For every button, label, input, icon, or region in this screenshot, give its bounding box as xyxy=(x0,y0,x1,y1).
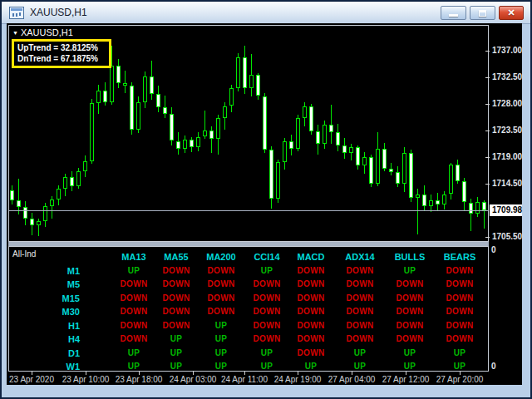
time-tick-mark xyxy=(193,372,194,375)
price-tick-label: 1728.00 xyxy=(492,99,522,109)
candle xyxy=(283,141,287,162)
table-cell: DOWN xyxy=(386,320,434,332)
candle-wick xyxy=(125,71,126,93)
candle xyxy=(409,153,413,198)
price-tick-mark xyxy=(485,237,490,238)
table-cell: DOWN xyxy=(152,278,200,290)
time-tick-mark xyxy=(244,372,245,375)
table-cell: DOWN xyxy=(287,306,335,318)
table-cell: DOWN xyxy=(336,265,384,277)
symbol-text: XAUUSD,H1 xyxy=(21,27,73,37)
candle xyxy=(216,118,220,139)
chart-window: XAUUSD,H1 ✕ ▼XAUUSD,H1 UpTrend = 32.8125… xyxy=(0,0,532,399)
close-button[interactable]: ✕ xyxy=(499,6,524,20)
candle xyxy=(96,91,101,103)
price-tick-label: 1719.00 xyxy=(492,152,522,162)
table-cell: DOWN xyxy=(110,278,158,290)
table-cell: DOWN xyxy=(287,347,335,359)
price-tick-label: 1705.50 xyxy=(492,232,522,242)
candle xyxy=(63,177,67,189)
time-tick-label: 23 Apr 18:00 xyxy=(116,375,163,385)
table-cell: DOWN xyxy=(110,293,158,304)
table-cell: DOWN xyxy=(386,333,434,345)
table-cell: DOWN xyxy=(152,320,200,332)
candle xyxy=(196,137,200,148)
candle xyxy=(249,75,254,88)
candle xyxy=(323,125,327,145)
table-cell: DOWN xyxy=(110,333,158,345)
table-cell: DOWN xyxy=(336,333,384,345)
table-cell: UP xyxy=(243,265,291,277)
candle xyxy=(236,57,240,89)
indicator-scale-label: 0 xyxy=(491,245,496,255)
table-cell: DOWN xyxy=(287,278,335,290)
table-row-label-m1: M1 xyxy=(22,265,80,277)
table-cell: DOWN xyxy=(287,265,335,277)
table-row-label-d1: D1 xyxy=(22,347,80,359)
candle xyxy=(269,150,273,199)
price-tick-mark xyxy=(485,157,490,158)
candle xyxy=(70,177,74,186)
candle xyxy=(402,153,406,184)
uptrend-label: UpTrend = 32.8125% xyxy=(17,42,106,53)
candle xyxy=(83,161,87,171)
table-cell: UP xyxy=(197,347,245,359)
table-cell: DOWN xyxy=(197,265,245,277)
table-cell: DOWN xyxy=(152,293,200,304)
price-tick-mark xyxy=(485,184,490,185)
table-cell: DOWN xyxy=(386,293,434,304)
table-cell: DOWN xyxy=(386,278,434,290)
table-cell: UP xyxy=(287,361,335,372)
table-header-ma13: MA13 xyxy=(110,251,158,263)
dntrend-label: DnTrend = 67.1875% xyxy=(17,53,106,64)
time-tick-mark xyxy=(32,372,32,375)
candle xyxy=(396,172,400,184)
table-cell: DOWN xyxy=(336,320,384,332)
table-cell: DOWN xyxy=(243,306,291,318)
restore-button[interactable] xyxy=(470,6,495,20)
time-tick-label: 23 Apr 2020 xyxy=(9,375,54,385)
price-tick-label: 1723.50 xyxy=(492,126,522,135)
chart-symbol-label[interactable]: ▼XAUUSD,H1 xyxy=(12,27,73,37)
price-tick-label: 1714.50 xyxy=(492,179,522,189)
candle xyxy=(170,114,174,141)
candle xyxy=(376,149,380,185)
time-tick-mark xyxy=(298,372,298,375)
table-row-label-h1: H1 xyxy=(22,320,80,332)
candle xyxy=(349,147,353,152)
candle xyxy=(456,165,460,181)
table-cell: DOWN xyxy=(287,333,335,345)
candle xyxy=(449,165,453,195)
candle xyxy=(382,149,387,169)
table-cell: DOWN xyxy=(436,265,484,277)
time-tick-label: 27 Apr 12:00 xyxy=(382,375,430,385)
candle xyxy=(90,103,94,161)
trend-indicator-box: UpTrend = 32.8125% DnTrend = 67.1875% xyxy=(12,39,111,68)
candle xyxy=(229,88,234,106)
table-cell: UP xyxy=(436,361,484,372)
candle xyxy=(362,157,367,165)
candle xyxy=(429,200,433,206)
candle xyxy=(163,107,167,114)
title-bar[interactable]: XAUUSD,H1 ✕ xyxy=(2,2,530,24)
candle xyxy=(223,106,227,118)
price-chart-panel[interactable]: ▼XAUUSD,H1 UpTrend = 32.8125% DnTrend = … xyxy=(8,25,489,242)
candle xyxy=(136,102,140,130)
minimize-button[interactable] xyxy=(441,6,466,20)
candle xyxy=(442,195,446,205)
table-cell: UP xyxy=(197,333,245,345)
price-tick-label: 1737.00 xyxy=(492,46,522,56)
candle xyxy=(103,91,107,102)
price-tick-mark xyxy=(485,131,490,131)
table-cell: UP xyxy=(386,361,434,372)
table-cell: UP xyxy=(336,347,384,359)
candle xyxy=(369,157,373,184)
table-cell: DOWN xyxy=(197,306,245,318)
time-tick-label: 27 Apr 20:00 xyxy=(436,375,484,385)
table-cell: DOWN xyxy=(436,278,484,290)
candle xyxy=(256,75,260,96)
candle xyxy=(309,106,313,132)
table-cell: DOWN xyxy=(436,333,484,345)
table-header-bears: BEARS xyxy=(436,251,484,263)
price-tick-mark xyxy=(485,51,490,52)
